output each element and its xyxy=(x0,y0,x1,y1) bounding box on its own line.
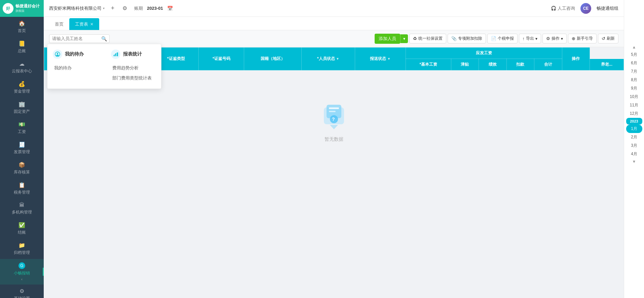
add-person-dropdown-button[interactable]: ▾ xyxy=(400,34,408,43)
month-item-2022-6[interactable]: 6月 xyxy=(626,59,642,67)
sidebar-item-multi-org[interactable]: 🏛 多机构管理 xyxy=(0,199,44,219)
app-logo[interactable]: 好 畅捷通好会计 旗舰版 xyxy=(0,0,44,17)
month-item-2023-2[interactable]: 2月 xyxy=(626,133,642,141)
svg-rect-9 xyxy=(114,55,115,56)
operation-icon: ⚙ xyxy=(546,36,550,41)
cloud-icon: ☁ xyxy=(19,61,25,67)
svg-rect-3 xyxy=(329,111,336,112)
sidebar-item-invoice[interactable]: 🧾 发票管理 xyxy=(0,138,44,158)
month-item-2022-12[interactable]: 12月 xyxy=(626,109,642,118)
add-person-button[interactable]: 添加人员 xyxy=(375,34,400,44)
search-icon[interactable]: 🔍 xyxy=(101,36,107,41)
sidebar-item-xiaochang[interactable]: G 小畅报销 ‹ xyxy=(0,259,44,285)
xiaochang-icon: G xyxy=(18,262,25,269)
sidebar-item-label: 基础设置 xyxy=(14,296,30,298)
month-scroll-down-button[interactable]: ▼ xyxy=(630,158,638,165)
company-dropdown-icon: ▾ xyxy=(103,6,105,10)
company-selector[interactable]: 西安虾米网络科技有限公司 ▾ xyxy=(49,5,105,11)
user-name[interactable]: 畅捷通组组 xyxy=(597,5,618,11)
report-status-filter-icon[interactable]: ▼ xyxy=(387,57,391,61)
headset-icon: 🎧 xyxy=(551,6,556,11)
popup-col-todo: 我的待办 我的待办 xyxy=(53,49,98,83)
sidebar-item-closing[interactable]: ✅ 结账 xyxy=(0,219,44,239)
sidebar-item-fund[interactable]: 💰 资金管理 xyxy=(0,77,44,98)
popup-item-cost-trend[interactable]: 费用趋势分析 xyxy=(111,63,156,73)
sidebar-item-label: 固定资产 xyxy=(14,109,30,114)
special-deduct-button[interactable]: 📎 专项附加扣除 xyxy=(448,34,486,43)
avatar: CE xyxy=(580,3,591,14)
social-security-icon: ♻ xyxy=(413,36,417,41)
home-icon: 🏠 xyxy=(18,20,25,27)
settings-button[interactable]: ⚙ xyxy=(121,4,129,12)
col-salary-due: 应发工资 xyxy=(406,47,562,59)
tab-close-icon[interactable]: ✕ xyxy=(90,22,93,27)
sidebar-item-archive[interactable]: 📁 归档管理 xyxy=(0,239,44,259)
sidebar-item-tax[interactable]: 📋 税务管理 xyxy=(0,178,44,199)
month-item-2022-9[interactable]: 9月 xyxy=(626,84,642,93)
new-guide-button[interactable]: ⊕ 新手引导 xyxy=(568,34,597,43)
toolbar-actions: 添加人员 ▾ ♻ 统一社保设置 📎 专项附加扣除 📄 个税申报 ↑ 导出 ▾ xyxy=(375,34,619,44)
popup-report-icon xyxy=(111,49,120,59)
ledger-icon: 📒 xyxy=(18,40,25,47)
sidebar-item-cloud-report[interactable]: ☁ 云报表中心 xyxy=(0,57,44,77)
period-label: 账期 xyxy=(134,5,143,11)
col-report-status: 报送状态 ▼ xyxy=(355,47,406,70)
month-scroll-up-button[interactable]: ▲ xyxy=(630,44,638,51)
sidebar-item-basic[interactable]: ⚙ 基础设置 xyxy=(0,285,44,298)
refresh-button[interactable]: ↺ 刷新 xyxy=(598,34,618,43)
sidebar-item-label: 库存核算 xyxy=(14,169,30,175)
salary-icon: 💵 xyxy=(18,121,25,128)
add-person-btn-group: 添加人员 ▾ xyxy=(375,34,408,44)
operation-button[interactable]: ⚙ 操作 ▾ xyxy=(542,34,567,43)
special-deduct-label: 专项附加扣除 xyxy=(458,36,482,41)
popup-item-my-todo[interactable]: 我的待办 xyxy=(53,63,98,73)
sidebar-item-salary[interactable]: 💵 工资 xyxy=(0,118,44,138)
tax-return-button[interactable]: 📄 个税申报 xyxy=(487,34,518,43)
add-company-button[interactable]: + xyxy=(109,4,117,12)
sidebar-item-label: 工资 xyxy=(18,129,26,135)
calendar-icon[interactable]: 📅 xyxy=(167,6,173,11)
closing-icon: ✅ xyxy=(18,222,25,228)
new-guide-icon: ⊕ xyxy=(572,36,575,41)
add-person-label: 添加人员 xyxy=(379,36,396,42)
col-operation: 操作 xyxy=(562,47,590,70)
popup-item-dept-cost[interactable]: 部门费用类型统计表 xyxy=(111,73,156,83)
sidebar-item-ledger[interactable]: 📒 总账 xyxy=(0,37,44,57)
popup-report-title: 报表统计 xyxy=(123,51,142,57)
tax-return-icon: 📄 xyxy=(491,36,496,41)
operation-label: 操作 xyxy=(552,36,560,41)
sidebar: 好 畅捷通好会计 旗舰版 🏠 首页 📒 总账 ☁ 云报表中心 💰 资金管理 🏢 … xyxy=(0,0,44,298)
special-deduct-icon: 📎 xyxy=(451,36,457,41)
social-security-label: 统一社保设置 xyxy=(418,36,443,41)
sidebar-item-label: 多机构管理 xyxy=(12,209,32,215)
social-security-button[interactable]: ♻ 统一社保设置 xyxy=(409,34,446,43)
person-status-filter-icon[interactable]: ▼ xyxy=(336,57,339,61)
month-item-2022-8[interactable]: 8月 xyxy=(626,76,642,84)
sidebar-item-inventory[interactable]: 📦 库存核算 xyxy=(0,158,44,178)
tab-salary[interactable]: 工资表 ✕ xyxy=(69,18,99,30)
tab-home[interactable]: 首页 xyxy=(49,18,69,30)
export-button[interactable]: ↑ 导出 ▾ xyxy=(519,34,541,43)
month-item-2023-4[interactable]: 4月 xyxy=(626,150,642,158)
svg-rect-2 xyxy=(329,107,339,109)
sidebar-item-home[interactable]: 🏠 首页 xyxy=(0,17,44,37)
sidebar-item-fixed-asset[interactable]: 🏢 固定资产 xyxy=(0,98,44,118)
empty-text: 暂无数据 xyxy=(325,136,343,142)
col-performance: 绩效 xyxy=(479,59,506,70)
support-button[interactable]: 🎧 人工咨询 xyxy=(551,5,575,11)
month-item-2023-1[interactable]: 1月 xyxy=(626,125,642,133)
col-id-number: *证鉴号码 xyxy=(199,47,244,70)
tab-salary-label: 工资表 xyxy=(75,21,88,27)
month-item-2022-10[interactable]: 10月 xyxy=(626,93,642,101)
popup-todo-title: 我的待办 xyxy=(65,51,84,57)
month-item-2023-3[interactable]: 3月 xyxy=(626,141,642,150)
inventory-icon: 📦 xyxy=(18,162,25,168)
month-item-2022-7[interactable]: 7月 xyxy=(626,67,642,76)
archive-icon: 📁 xyxy=(18,242,25,249)
month-item-2022-11[interactable]: 11月 xyxy=(626,101,642,109)
search-box[interactable]: 🔍 xyxy=(49,34,110,43)
support-label: 人工咨询 xyxy=(558,5,575,11)
fixed-asset-icon: 🏢 xyxy=(18,101,25,107)
search-input[interactable] xyxy=(52,36,99,41)
month-item-2022-5[interactable]: 5月 xyxy=(626,51,642,59)
